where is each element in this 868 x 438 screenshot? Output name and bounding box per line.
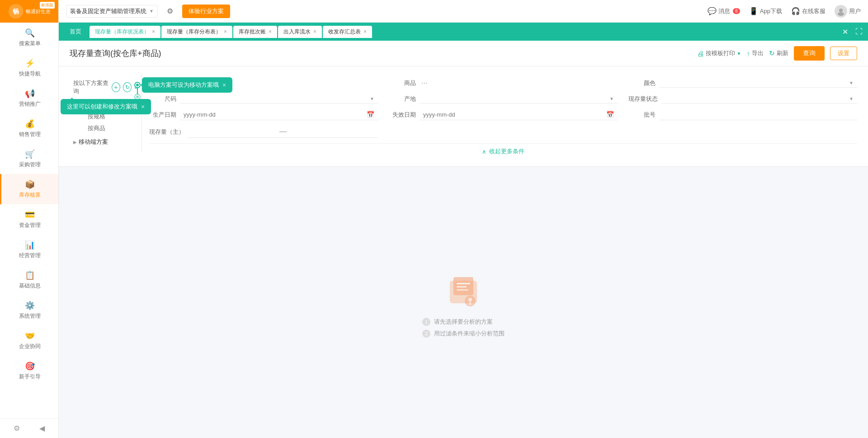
sidebar-item-operations[interactable]: 📊 经营管理 <box>0 235 58 265</box>
close-all-tabs-icon[interactable]: ✕ <box>840 26 850 38</box>
sidebar-item-finance[interactable]: 💳 资金管理 <box>0 204 58 235</box>
production-date-input[interactable]: 📅 <box>180 109 378 120</box>
empty-steps: 1 请先选择要分析的方案 2 用过滤条件来缩小分析范围 <box>422 318 505 338</box>
print-button[interactable]: 🖨 按模板打印 ▼ <box>697 49 741 57</box>
stock-main-field: 现存量（主） — <box>149 126 378 138</box>
size-field: 尺码 ▼ <box>149 94 378 104</box>
refresh-icon: ↻ <box>769 49 775 57</box>
svg-point-2 <box>839 9 843 12</box>
refresh-button[interactable]: ↻ 刷新 <box>769 49 788 57</box>
expiry-date-text[interactable] <box>423 111 604 118</box>
settings-page-button[interactable]: 设置 <box>830 47 857 60</box>
calendar-icon-2[interactable]: 📅 <box>606 111 614 118</box>
export-button[interactable]: ↑ 导出 <box>747 49 764 57</box>
sidebar-item-guide[interactable]: 🎯 新手引导 <box>0 356 58 386</box>
filter-fields-grid: 仓库 ··· 商品 ··· 颜色 ▼ <box>149 77 857 138</box>
sidebar-item-nav[interactable]: ⚡ 快捷导航 <box>0 53 58 83</box>
tab-collection[interactable]: 收发存汇总表× <box>323 26 372 38</box>
goods-input[interactable]: ··· <box>420 77 429 89</box>
sidebar-label-search: 搜索菜单 <box>19 40 41 47</box>
tab-close-inout[interactable]: × <box>313 29 316 34</box>
logo-area: 畅 畅通好生意 标准版 <box>0 0 58 23</box>
tooltip-create-scheme: 这里可以创建和修改方案哦 × <box>61 99 151 114</box>
scheme-mobile[interactable]: ▶ 移动端方案 <box>70 136 142 148</box>
filter-area: 按以下方案查询 + ↻ « ▶ 电脑端方案 <box>59 66 868 167</box>
svg-rect-7 <box>457 286 467 287</box>
tab-inventory-dist[interactable]: 现存量（库存分布表）× <box>161 26 232 38</box>
color-select[interactable]: ▼ <box>659 79 857 88</box>
production-date-field: 生产日期 📅 <box>149 109 378 120</box>
sidebar-item-basic[interactable]: 📋 基础信息 <box>0 265 58 295</box>
tab-inout[interactable]: 出入库流水× <box>278 26 322 38</box>
tab-close-batch[interactable]: × <box>269 29 272 34</box>
origin-select[interactable]: ▼ <box>420 94 618 104</box>
stock-main-min[interactable] <box>192 128 278 135</box>
sidebar-icon-enterprise: 🤝 <box>25 331 35 341</box>
refresh-scheme-button[interactable]: ↻ <box>123 82 132 92</box>
batch-no-input[interactable] <box>659 109 857 120</box>
stock-status-select[interactable]: ▼ <box>661 94 857 104</box>
sidebar-label-operations: 经营管理 <box>19 252 41 259</box>
sidebar-item-sales[interactable]: 💰 销售管理 <box>0 113 58 144</box>
color-field: 颜色 ▼ <box>628 77 857 89</box>
expiry-date-input[interactable]: 📅 <box>420 109 618 120</box>
collapse-sidebar-icon[interactable]: ◀ <box>39 424 45 433</box>
tooltip1-close-button[interactable]: × <box>222 81 226 89</box>
fullscreen-icon[interactable]: ⛶ <box>854 26 864 38</box>
tab-label-inventory-status: 现存量（库存状况表） <box>95 28 149 36</box>
calendar-icon-1[interactable]: 📅 <box>367 111 374 118</box>
header-right: 💬 消息 6 📱 App下载 🎧 在线客服 用户 <box>708 5 861 18</box>
sidebar-item-purchase[interactable]: 🛒 采购管理 <box>0 144 58 174</box>
print-icon: 🖨 <box>697 50 704 57</box>
filter-top-row: 按以下方案查询 + ↻ « ▶ 电脑端方案 <box>70 74 857 159</box>
svg-rect-6 <box>457 283 470 284</box>
sidebar-label-basic: 基础信息 <box>19 282 41 290</box>
goods-label: 商品 <box>389 79 416 87</box>
online-support-button[interactable]: 🎧 在线客服 <box>791 7 826 15</box>
sidebar-icon-operations: 📊 <box>25 240 35 250</box>
notification-button[interactable]: 💬 消息 6 <box>708 7 740 15</box>
tab-inventory-status[interactable]: 现存量（库存状况表）× <box>90 26 160 38</box>
tab-close-inventory-status[interactable]: × <box>152 29 155 34</box>
settings-button[interactable]: ⚙ <box>163 5 177 18</box>
tab-batch[interactable]: 库存批次账× <box>233 26 277 38</box>
chevron-right-icon-2: ▶ <box>73 140 77 145</box>
scheme-sub-item-2[interactable]: 按商品 <box>77 122 142 134</box>
page-actions: 🖨 按模板打印 ▼ ↑ 导出 ↻ 刷新 查询 设置 <box>697 46 857 61</box>
stock-main-max[interactable] <box>288 128 374 135</box>
sidebar-item-marketing[interactable]: 📢 营销推广 <box>0 83 58 113</box>
production-date-label: 生产日期 <box>149 111 176 119</box>
system-selector[interactable]: 装备及固定资产辅助管理系统 ▼ <box>66 5 158 18</box>
industry-button[interactable]: 体验行业方案 <box>182 5 230 18</box>
sidebar-item-inventory[interactable]: 📦 库存核算 <box>0 174 58 204</box>
empty-state: 1 请先选择要分析的方案 2 用过滤条件来缩小分析范围 <box>59 167 868 438</box>
sidebar-item-enterprise[interactable]: 🤝 企业协同 <box>0 325 58 356</box>
main-area: 装备及固定资产辅助管理系统 ▼ ⚙ 体验行业方案 💬 消息 6 📱 App下载 … <box>59 0 868 438</box>
sidebar-item-system[interactable]: ⚙️ 系统管理 <box>0 295 58 325</box>
size-select[interactable]: ▼ <box>180 94 378 104</box>
tooltip2-close-button[interactable]: × <box>141 103 145 110</box>
app-download-label: App下载 <box>760 7 782 15</box>
settings-icon[interactable]: ⚙ <box>14 424 20 433</box>
chevron-status-icon: ▼ <box>849 96 854 101</box>
stock-main-range[interactable]: — <box>188 126 378 138</box>
production-date-text[interactable] <box>184 111 365 118</box>
empty-step-1: 1 请先选择要分析的方案 <box>422 318 505 326</box>
chevron-origin-icon: ▼ <box>609 96 614 101</box>
sidebar-icon-guide: 🎯 <box>25 361 35 371</box>
tab-close-inventory-dist[interactable]: × <box>224 29 227 34</box>
sidebar-item-search[interactable]: 🔍 搜索菜单 <box>0 23 58 53</box>
range-dash: — <box>279 127 287 136</box>
tooltip-text-2: 这里可以创建和修改方案哦 <box>67 103 137 111</box>
export-label: 导出 <box>752 49 764 57</box>
step-1-label: 请先选择要分析的方案 <box>434 318 493 326</box>
tab-close-collection[interactable]: × <box>363 29 367 34</box>
app-download-button[interactable]: 📱 App下载 <box>749 7 782 15</box>
add-scheme-button[interactable]: + <box>112 82 120 92</box>
user-button[interactable]: 用户 <box>835 5 861 18</box>
query-button[interactable]: 查询 <box>794 46 825 61</box>
collapse-button[interactable]: ∧ 收起更多条件 <box>149 143 857 159</box>
tab-label-batch: 库存批次账 <box>239 28 266 36</box>
tab-label-collection: 收发存汇总表 <box>328 28 361 36</box>
tab-home[interactable]: 首页 <box>62 25 89 38</box>
